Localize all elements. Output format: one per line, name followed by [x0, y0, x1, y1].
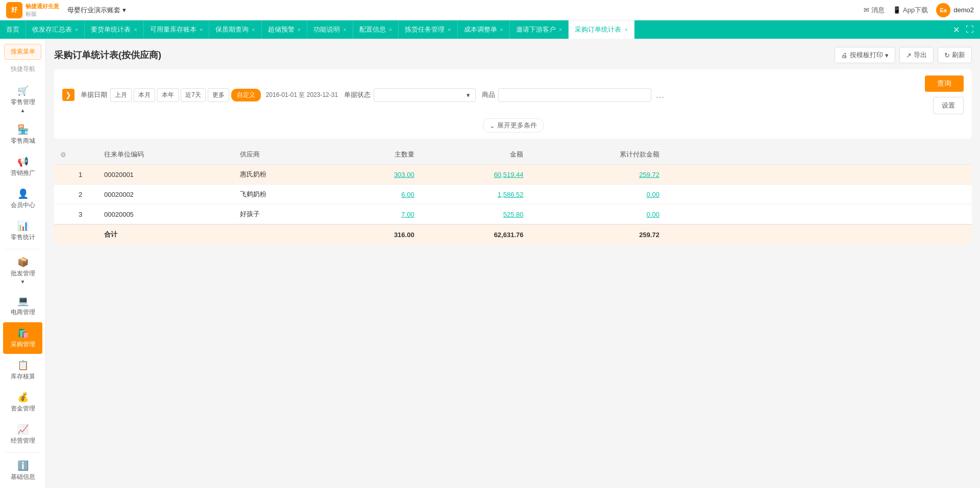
search-menu-button[interactable]: 搜索菜单	[4, 44, 41, 60]
date-prev-month-button[interactable]: 上月	[110, 88, 132, 102]
sidebar-item-retail[interactable]: 🛒 零售管理 ▲	[3, 80, 42, 118]
date-more-button[interactable]: 更多	[208, 88, 229, 102]
close-icon[interactable]: ×	[389, 27, 392, 33]
row-unit-code: 00020002	[98, 185, 234, 204]
close-icon[interactable]: ×	[200, 27, 203, 33]
tab-invite-customer[interactable]: 邀请下游客户 ×	[510, 20, 569, 39]
row-supplier: 飞鹤奶粉	[234, 185, 335, 204]
sidebar-item-purchase[interactable]: 🛍️ 采购管理	[3, 322, 42, 354]
row-paid-amount[interactable]: 0.00	[529, 185, 666, 204]
sidebar-item-operations[interactable]: 📈 经营管理	[3, 419, 42, 450]
tab-expiry-query[interactable]: 保质期查询 ×	[209, 20, 261, 39]
app-icon: 📱	[893, 6, 901, 14]
sidebar-item-finance[interactable]: 💰 资金管理	[3, 387, 42, 418]
main-content: 采购订单统计表(按供应商) 🖨 按模板打印 ▾ ↗ 导出 ↻ 刷新	[46, 39, 980, 488]
tab-available-stock[interactable]: 可用量库存账本 ×	[144, 20, 209, 39]
tab-overstock-warning[interactable]: 超储预警 ×	[262, 20, 307, 39]
app-download-button[interactable]: 📱 App下载	[893, 6, 928, 15]
row-main-qty[interactable]: 7.00	[335, 204, 421, 225]
status-select[interactable]: ▾	[374, 88, 476, 102]
close-tab-action[interactable]: ✕	[951, 23, 962, 37]
tab-home[interactable]: 首页	[0, 20, 26, 39]
row-extra	[666, 185, 972, 204]
maximize-tab-action[interactable]: ⛶	[964, 23, 976, 36]
date-this-month-button[interactable]: 本月	[134, 88, 155, 102]
page-title: 采购订单统计表(按供应商)	[54, 49, 161, 61]
close-icon[interactable]: ×	[448, 27, 451, 33]
close-icon[interactable]: ×	[134, 27, 137, 33]
footer-extra	[666, 224, 972, 244]
row-amount[interactable]: 525.80	[421, 204, 530, 225]
date-custom-button[interactable]: 自定义	[231, 89, 261, 101]
goods-input[interactable]	[498, 88, 651, 102]
tab-cost-adjust[interactable]: 成本调整单 ×	[458, 20, 510, 39]
chevron-down-icon: ▾	[885, 52, 889, 59]
refresh-button[interactable]: ↻ 刷新	[938, 47, 972, 63]
row-amount[interactable]: 1,586.52	[421, 185, 530, 204]
row-unit-code: 00020001	[98, 165, 234, 185]
close-icon[interactable]: ×	[500, 27, 503, 33]
tab-purchase-summary[interactable]: 采购订单统计表 ×	[569, 20, 634, 39]
data-table: ⚙ 往来单位编码 供应商 主数量 金额 累计付款金额 1 00020001	[54, 145, 972, 244]
close-icon[interactable]: ×	[252, 27, 255, 33]
print-button[interactable]: 🖨 按模板打印 ▾	[835, 47, 895, 63]
col-no	[72, 145, 98, 165]
sidebar-item-retail-stat[interactable]: 📊 零售统计	[3, 215, 42, 247]
tab-collect-pay[interactable]: 收发存汇总表 ×	[26, 20, 85, 39]
operations-icon: 📈	[17, 424, 29, 435]
print-icon: 🖨	[841, 52, 848, 59]
tab-config-info[interactable]: 配置信息 ×	[353, 20, 399, 39]
col-settings[interactable]: ⚙	[54, 145, 72, 165]
filter-actions: 查询 设置	[925, 75, 964, 114]
close-icon[interactable]: ×	[559, 27, 562, 33]
workspace-selector[interactable]: 母婴行业演示账套 ▾	[63, 4, 130, 17]
row-main-qty[interactable]: 6.00	[335, 185, 421, 204]
filter-date-group: 上月 本月 本年 近7天 更多 自定义	[110, 88, 261, 102]
sidebar-item-inventory[interactable]: 📋 库存核算	[3, 354, 42, 386]
sidebar-item-member[interactable]: 👤 会员中心	[3, 183, 42, 215]
expand-more-button[interactable]: ⌄ 展开更多条件	[483, 118, 544, 133]
filter-row: ❯ 单据日期 上月 本月 本年 近7天 更多 自定义 2016-01-01 至 …	[62, 75, 964, 114]
sidebar-item-retail-shop[interactable]: 🏪 零售商城	[3, 119, 42, 150]
row-paid-amount[interactable]: 0.00	[529, 204, 666, 225]
sidebar-item-marketing[interactable]: 📢 营销推广	[3, 151, 42, 183]
nav-tabs-bar: 首页 收发存汇总表 × 要货单统计表 × 可用量库存账本 × 保质期查询 × 超…	[0, 20, 980, 39]
row-main-qty[interactable]: 303.00	[335, 165, 421, 185]
filter-goods-item: 商品 …	[482, 88, 667, 102]
export-button[interactable]: ↗ 导出	[899, 47, 934, 63]
close-icon[interactable]: ×	[343, 27, 346, 33]
row-no: 2	[72, 185, 98, 204]
close-icon[interactable]: ×	[624, 27, 627, 33]
setting-button[interactable]: 设置	[933, 97, 964, 114]
message-button[interactable]: ✉ 消息	[864, 6, 885, 15]
filter-date-item: 单据日期 上月 本月 本年 近7天 更多 自定义 2016-01-01 至 20…	[81, 88, 338, 102]
user-menu[interactable]: Ea demo2	[936, 3, 974, 17]
row-extra	[666, 165, 972, 185]
chevron-up-icon: ▲	[20, 108, 26, 113]
tab-pick-task[interactable]: 拣货任务管理 ×	[399, 20, 457, 39]
sidebar-item-basic-info[interactable]: ℹ️ 基础信息	[3, 455, 42, 486]
table-row: 1 00020001 惠氏奶粉 303.00 60,519.44 259.72	[54, 165, 972, 185]
date-this-year-button[interactable]: 本年	[157, 88, 179, 102]
tab-function-desc[interactable]: 功能说明 ×	[307, 20, 353, 39]
more-options-button[interactable]: …	[653, 90, 667, 100]
footer-no	[72, 224, 98, 244]
sidebar-item-ecommerce[interactable]: 💻 电商管理	[3, 290, 42, 322]
ecommerce-icon: 💻	[17, 295, 29, 306]
close-icon[interactable]: ×	[75, 27, 78, 33]
row-paid-amount[interactable]: 259.72	[529, 165, 666, 185]
query-button[interactable]: 查询	[925, 75, 964, 92]
row-supplier: 好孩子	[234, 204, 335, 225]
avatar: Ea	[936, 3, 950, 17]
retail-stat-icon: 📊	[17, 220, 29, 232]
shop-icon: 🏪	[17, 124, 29, 135]
filter-toggle-button[interactable]: ❯	[62, 89, 75, 101]
close-icon[interactable]: ×	[298, 27, 301, 33]
filter-panel: ❯ 单据日期 上月 本月 本年 近7天 更多 自定义 2016-01-01 至 …	[54, 69, 972, 139]
row-amount[interactable]: 60,519.44	[421, 165, 530, 185]
marketing-icon: 📢	[17, 156, 29, 167]
date-7days-button[interactable]: 近7天	[181, 88, 206, 102]
sidebar-item-wholesale[interactable]: 📦 批发管理 ▼	[3, 251, 42, 290]
tab-order-summary[interactable]: 要货单统计表 ×	[85, 20, 143, 39]
row-unit-code: 00020005	[98, 204, 234, 225]
